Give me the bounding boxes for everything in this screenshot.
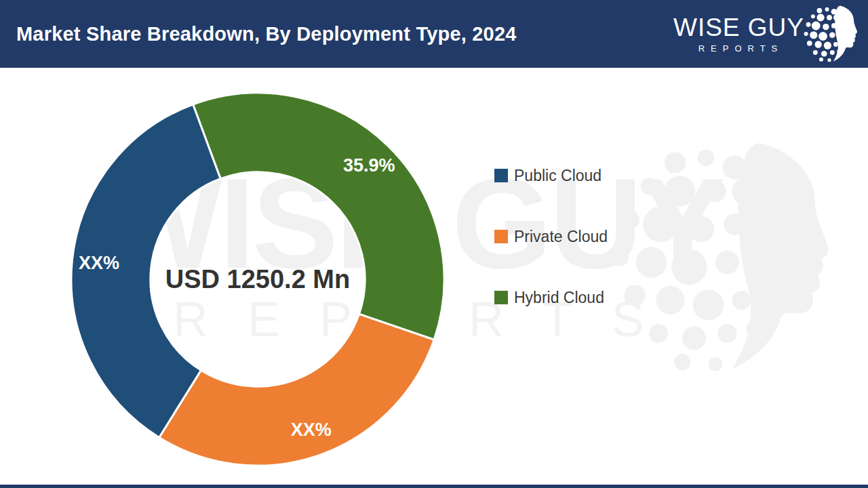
chart-legend: Public Cloud Private Cloud Hybrid Cloud (494, 167, 608, 350)
legend-swatch-hybrid-cloud (494, 291, 508, 304)
report-page: Market Share Breakdown, By Deployment Ty… (0, 0, 868, 488)
wiseguy-logo: WISE GUY REPORTS (673, 5, 868, 63)
slice-value-label: 35.9% (343, 155, 395, 176)
footer-bar (0, 485, 868, 488)
legend-swatch-public-cloud (494, 169, 508, 182)
legend-label-private-cloud: Private Cloud (514, 228, 608, 246)
watermark-face-icon (597, 125, 834, 390)
legend-label-public-cloud: Public Cloud (514, 167, 601, 185)
page-title: Market Share Breakdown, By Deployment Ty… (0, 23, 517, 45)
donut-slice-private-cloud (159, 314, 434, 466)
donut-slice-hybrid-cloud (193, 93, 444, 340)
legend-label-hybrid-cloud: Hybrid Cloud (514, 289, 604, 307)
logo-subtitle: REPORTS (694, 44, 784, 53)
wiseguy-face-icon (800, 5, 859, 63)
slice-value-label: XX% (291, 420, 332, 440)
logo-wordmark: WISE GUY (673, 15, 804, 40)
legend-item-private-cloud: Private Cloud (494, 228, 608, 245)
legend-item-public-cloud: Public Cloud (494, 167, 608, 184)
chart-center-value: USD 1250.2 Mn (165, 265, 350, 294)
legend-swatch-private-cloud (494, 230, 508, 243)
legend-item-hybrid-cloud: Hybrid Cloud (494, 289, 608, 306)
header-bar: Market Share Breakdown, By Deployment Ty… (0, 0, 868, 68)
slice-value-label: XX% (79, 253, 119, 273)
wiseguy-logo-text: WISE GUY REPORTS (673, 15, 804, 53)
